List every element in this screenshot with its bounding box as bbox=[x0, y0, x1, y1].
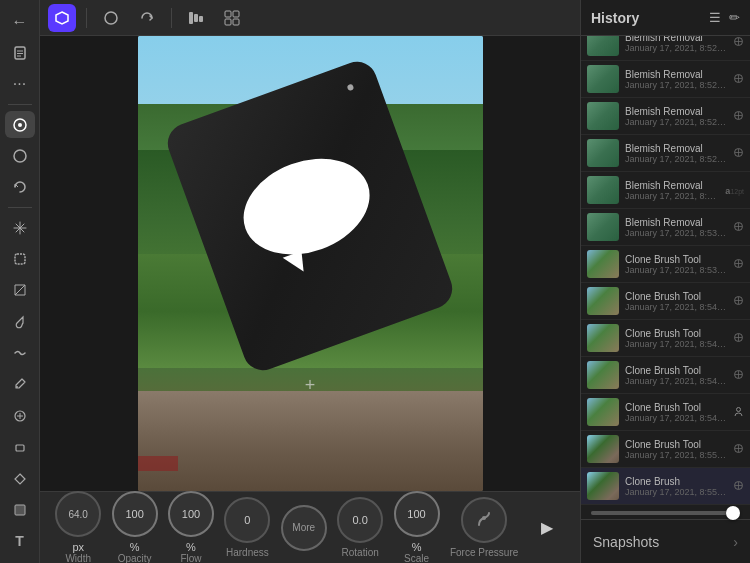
more-control[interactable]: More bbox=[281, 505, 327, 551]
history-action-icon bbox=[733, 258, 744, 271]
history-item-name: Blemish Removal bbox=[625, 69, 727, 80]
left-toolbar: ← ··· bbox=[0, 0, 40, 563]
move-tool-icon[interactable] bbox=[5, 214, 35, 241]
history-item[interactable]: Clone Brush Tool January 17, 2021, 8:54:… bbox=[581, 357, 750, 394]
eyedropper-icon[interactable] bbox=[5, 371, 35, 398]
history-item-date: January 17, 2021, 8:52:59... bbox=[625, 191, 719, 201]
history-action-icon bbox=[733, 332, 744, 345]
tool-grid-icon[interactable] bbox=[218, 4, 246, 32]
hardness-control[interactable]: 0 Hardness bbox=[224, 497, 270, 558]
play-button[interactable]: ▶ bbox=[529, 510, 565, 546]
more-icon[interactable]: ··· bbox=[5, 71, 35, 98]
tool-circle-icon[interactable] bbox=[97, 4, 125, 32]
text-tool-icon[interactable]: T bbox=[5, 528, 35, 555]
tool-hex-icon[interactable] bbox=[48, 4, 76, 32]
history-item[interactable]: Clone Brush Tool January 17, 2021, 8:54:… bbox=[581, 283, 750, 320]
flow-circle[interactable]: 100 bbox=[168, 491, 214, 537]
width-control[interactable]: 64.0 px Width bbox=[55, 491, 101, 563]
history-item[interactable]: Blemish Removal January 17, 2021, 8:53:0… bbox=[581, 209, 750, 246]
history-action-icon bbox=[733, 443, 744, 456]
history-item[interactable]: Blemish Removal January 17, 2021, 8:52:5… bbox=[581, 61, 750, 98]
opacity-label: Opacity bbox=[118, 553, 152, 563]
canvas-image: + bbox=[138, 36, 483, 491]
scale-control[interactable]: 100 % Scale bbox=[394, 491, 440, 563]
history-item-date: January 17, 2021, 8:52:58... bbox=[625, 80, 727, 90]
history-item-name: Blemish Removal bbox=[625, 217, 727, 228]
select-tool-icon[interactable] bbox=[5, 245, 35, 272]
history-item-info: Clone Brush Tool January 17, 2021, 8:54:… bbox=[625, 365, 727, 386]
svg-point-6 bbox=[14, 150, 26, 162]
history-item-info: Clone Brush Tool January 17, 2021, 8:54:… bbox=[625, 328, 727, 349]
history-item-date: January 17, 2021, 8:53:01 AM bbox=[625, 228, 727, 238]
history-thumb bbox=[587, 287, 619, 315]
history-item-date: January 17, 2021, 8:54:15... bbox=[625, 302, 727, 312]
opacity-circle[interactable]: 100 bbox=[112, 491, 158, 537]
svg-point-23 bbox=[482, 516, 486, 520]
svg-point-57 bbox=[737, 407, 741, 411]
play-icon: ▶ bbox=[541, 518, 553, 537]
progress-thumb[interactable] bbox=[726, 506, 740, 520]
transform-tool-icon[interactable] bbox=[5, 277, 35, 304]
history-item-name: Clone Brush bbox=[625, 476, 727, 487]
history-item[interactable]: Clone Brush Tool January 17, 2021, 8:55:… bbox=[581, 431, 750, 468]
opacity-control[interactable]: 100 % Opacity bbox=[112, 491, 158, 563]
rotation-control[interactable]: 0.0 Rotation bbox=[337, 497, 383, 558]
snapshots-footer[interactable]: Snapshots › bbox=[581, 519, 750, 563]
snapshots-chevron-icon: › bbox=[733, 534, 738, 550]
history-list[interactable]: Blemish Removal January 17, 2021, 8:52:5… bbox=[581, 36, 750, 505]
svg-rect-22 bbox=[233, 19, 239, 25]
circle-tool-icon[interactable] bbox=[5, 142, 35, 169]
history-list-icon[interactable]: ☰ bbox=[709, 10, 721, 25]
history-item-name: Clone Brush Tool bbox=[625, 439, 727, 450]
paint-brush-icon[interactable] bbox=[5, 308, 35, 335]
history-item-info: Blemish Removal January 17, 2021, 8:52:5… bbox=[625, 69, 727, 90]
history-item-info: Blemish Removal January 17, 2021, 8:52:5… bbox=[625, 36, 727, 53]
history-action-icon: a12pt bbox=[725, 184, 744, 196]
fill-icon[interactable] bbox=[5, 496, 35, 523]
history-item-date: January 17, 2021, 8:54:24... bbox=[625, 339, 727, 349]
history-item[interactable]: Blemish Removal January 17, 2021, 8:52:5… bbox=[581, 98, 750, 135]
rotate-tool-icon[interactable] bbox=[5, 174, 35, 201]
force-pressure-label: Force Pressure bbox=[450, 547, 518, 558]
document-icon[interactable] bbox=[5, 39, 35, 66]
history-item-name: Clone Brush Tool bbox=[625, 291, 727, 302]
heal-icon[interactable] bbox=[5, 465, 35, 492]
back-icon[interactable]: ← bbox=[5, 8, 35, 35]
width-circle[interactable]: 64.0 bbox=[55, 491, 101, 537]
history-item[interactable]: Blemish Removal January 17, 2021, 8:52:5… bbox=[581, 36, 750, 61]
history-thumb bbox=[587, 398, 619, 426]
history-item-date: January 17, 2021, 8:55:26... bbox=[625, 487, 727, 497]
clone-stamp-icon[interactable] bbox=[5, 402, 35, 429]
force-pressure-button[interactable] bbox=[461, 497, 507, 543]
hardness-circle[interactable]: 0 bbox=[224, 497, 270, 543]
flow-control[interactable]: 100 % Flow bbox=[168, 491, 214, 563]
canvas-wrapper[interactable]: + bbox=[40, 36, 580, 491]
history-item-name: Blemish Removal bbox=[625, 106, 727, 117]
divider1 bbox=[8, 104, 32, 105]
more-label: More bbox=[292, 522, 315, 533]
more-circle[interactable]: More bbox=[281, 505, 327, 551]
tool-rotate-icon[interactable] bbox=[133, 4, 161, 32]
rotation-label: Rotation bbox=[342, 547, 379, 558]
smudge-tool-icon[interactable] bbox=[5, 339, 35, 366]
history-item[interactable]: Clone Brush Tool January 17, 2021, 8:53:… bbox=[581, 246, 750, 283]
rotation-circle[interactable]: 0.0 bbox=[337, 497, 383, 543]
history-thumb bbox=[587, 250, 619, 278]
history-item[interactable]: Blemish Removal January 17, 2021, 8:52:5… bbox=[581, 135, 750, 172]
history-action-icon bbox=[733, 110, 744, 123]
history-item[interactable]: Clone Brush January 17, 2021, 8:55:26... bbox=[581, 468, 750, 505]
tool-bars-icon[interactable] bbox=[182, 4, 210, 32]
eraser-icon[interactable] bbox=[5, 433, 35, 460]
history-edit-icon[interactable]: ✏ bbox=[729, 10, 740, 25]
scale-unit: % bbox=[412, 541, 422, 553]
force-pressure-control[interactable]: Force Pressure bbox=[450, 497, 518, 558]
scale-circle[interactable]: 100 bbox=[394, 491, 440, 537]
rotation-value: 0.0 bbox=[352, 514, 367, 526]
history-item-date: January 17, 2021, 8:54:27... bbox=[625, 376, 727, 386]
history-item[interactable]: Clone Brush Tool January 17, 2021, 8:54:… bbox=[581, 394, 750, 431]
history-item[interactable]: Blemish Removal January 17, 2021, 8:52:5… bbox=[581, 172, 750, 209]
progress-bar-track[interactable] bbox=[591, 511, 740, 515]
brush-tool-icon[interactable] bbox=[5, 111, 35, 138]
history-thumb bbox=[587, 213, 619, 241]
history-item[interactable]: Clone Brush Tool January 17, 2021, 8:54:… bbox=[581, 320, 750, 357]
